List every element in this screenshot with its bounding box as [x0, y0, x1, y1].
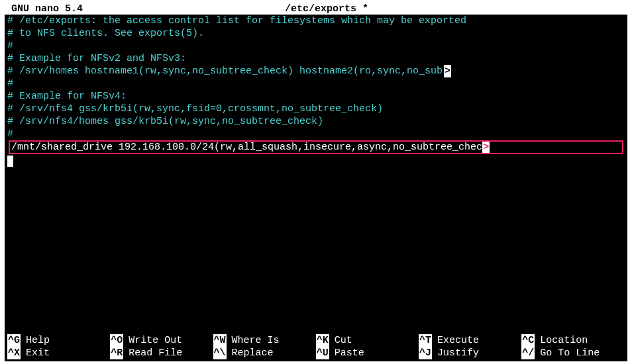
shortcut-read-file[interactable]: ^RRead File	[110, 347, 213, 359]
cursor-line	[7, 154, 625, 167]
file-line: # Example for NFSv2 and NFSv3:	[7, 52, 625, 65]
shortcut-write-out[interactable]: ^OWrite Out	[110, 334, 213, 347]
editor-content[interactable]: # /etc/exports: the access control list …	[5, 15, 627, 167]
shortcut-exit[interactable]: ^XExit	[7, 347, 110, 359]
file-line: # /srv/nfs4/homes gss/krb5i(rw,sync,no_s…	[7, 115, 625, 128]
terminal-window: GNU nano 5.4 /etc/exports * # /etc/expor…	[5, 2, 627, 361]
file-line: #	[7, 40, 625, 52]
file-line: #	[7, 128, 625, 140]
truncate-indicator: >	[482, 141, 490, 154]
shortcut-justify[interactable]: ^JJustify	[419, 347, 521, 359]
shortcut-help[interactable]: ^GHelp	[7, 334, 110, 347]
file-line: #	[7, 77, 625, 90]
file-line: # /etc/exports: the access control list …	[7, 15, 625, 27]
file-path: /etc/exports *	[285, 3, 368, 14]
shortcut-replace[interactable]: ^\Replace	[213, 347, 316, 359]
shortcut-cut[interactable]: ^KCut	[316, 334, 419, 347]
shortcut-paste[interactable]: ^UPaste	[316, 347, 419, 359]
shortcut-location[interactable]: ^CLocation	[521, 334, 624, 347]
menu-row-1: ^GHelp ^OWrite Out ^WWhere Is ^KCut ^TEx…	[7, 334, 625, 347]
shortcut-where-is[interactable]: ^WWhere Is	[213, 334, 316, 347]
highlighted-config-line: /mnt/shared_drive 192.168.100.0/24(rw,al…	[9, 140, 623, 154]
menu-row-2: ^XExit ^RRead File ^\Replace ^UPaste ^JJ…	[7, 347, 625, 359]
file-line: # /srv/homes hostname1(rw,sync,no_subtre…	[7, 65, 625, 77]
nano-titlebar: GNU nano 5.4 /etc/exports *	[5, 2, 627, 15]
nano-shortcut-menu: ^GHelp ^OWrite Out ^WWhere Is ^KCut ^TEx…	[5, 334, 627, 359]
app-name: GNU nano 5.4	[5, 3, 285, 14]
shortcut-go-to-line[interactable]: ^/Go To Line	[521, 347, 624, 359]
shortcut-execute[interactable]: ^TExecute	[419, 334, 521, 347]
cursor	[7, 156, 13, 167]
file-line: # /srv/nfs4 gss/krb5i(rw,sync,fsid=0,cro…	[7, 103, 625, 115]
file-line: # to NFS clients. See exports(5).	[7, 27, 625, 40]
truncate-indicator: >	[444, 65, 451, 78]
file-line: # Example for NFSv4:	[7, 90, 625, 103]
